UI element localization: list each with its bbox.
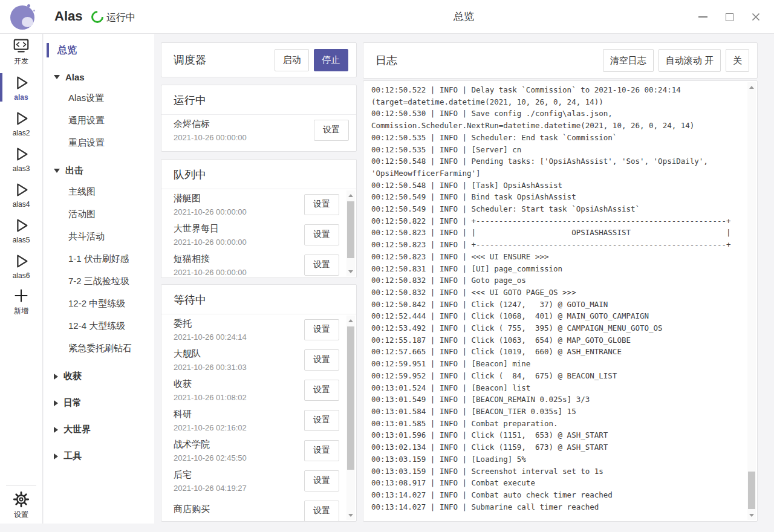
log-line: 00:13:03.159 | INFO | Screenshot interva… — [371, 465, 739, 478]
scrollbar-thumb[interactable] — [347, 201, 354, 258]
log-line: 00:13:14.027 | INFO | Combat auto check … — [371, 489, 739, 501]
autoscroll-off-button[interactable]: 关 — [726, 49, 749, 72]
log-line: 00:12:50.832 | INFO | Goto page_os — [371, 274, 739, 287]
menu-item[interactable]: 共斗活动 — [44, 225, 154, 248]
minimize-button[interactable] — [693, 7, 712, 27]
pending-task-list: 潜艇图 2021-10-26 00:00:00 设置 大世界每日 2021-10… — [161, 189, 356, 277]
rail-item-add[interactable]: 新增 — [0, 284, 42, 319]
log-line: 00:13:01.549 | INFO | [BEACON_REMAIN 0.0… — [371, 394, 739, 406]
menu-group-label: 工具 — [63, 450, 82, 462]
log-line: 00:12:50.548 | INFO | [Task] OpsiAshAssi… — [371, 180, 739, 192]
log-line: 00:12:50.842 | INFO | Click (1247, 37) @… — [371, 299, 739, 311]
clear-log-button[interactable]: 清空日志 — [603, 49, 654, 72]
rail-item-label: alas — [14, 93, 28, 102]
log-line: 00:13:03.159 | INFO | [Loading] 5% — [371, 453, 739, 465]
task-next-run-time: 2021-10-26 00:00:00 — [174, 207, 304, 216]
task-name: 大舰队 — [174, 348, 304, 360]
rail-item-alas3[interactable]: alas3 — [0, 141, 42, 177]
log-line: 00:12:59.951 | INFO | [Beacon] mine — [371, 358, 739, 370]
task-name: 委托 — [174, 318, 304, 329]
code-monitor-icon — [12, 37, 30, 55]
task-settings-button[interactable]: 设置 — [304, 501, 339, 522]
log-line: 00:13:14.027 | INFO | Submarine call tim… — [371, 501, 739, 513]
task-next-run-time: 2021-10-26 02:45:50 — [174, 453, 304, 462]
menu-item[interactable]: 1-1 伏击刷好感 — [44, 248, 154, 270]
running-status-label: 运行中 — [106, 11, 135, 24]
maximize-icon — [726, 13, 733, 21]
scroll-up-icon[interactable] — [346, 190, 355, 200]
chevron-down-icon — [54, 169, 60, 173]
rail-item-label: alas3 — [13, 164, 30, 173]
autoscroll-on-button[interactable]: 自动滚动 开 — [659, 49, 721, 72]
menu-group-daily[interactable]: 日常 — [44, 393, 154, 413]
scrollbar-thumb[interactable] — [347, 326, 354, 470]
task-settings-button[interactable]: 设置 — [304, 380, 339, 401]
menu-item[interactable]: Alas设置 — [44, 87, 154, 109]
rail-item-alas2[interactable]: alas2 — [0, 105, 42, 141]
menu-item[interactable]: 12-2 中型练级 — [44, 293, 154, 315]
menu-group-opsi[interactable]: 大世界 — [44, 420, 154, 440]
log-line: 00:13:08.917 | INFO | Combat execute — [371, 477, 739, 489]
menu-group-label: Alas — [65, 72, 85, 82]
task-row: 大世界每日 2021-10-26 00:00:00 设置 — [161, 219, 356, 250]
menu-item[interactable]: 紧急委托刷钻石 — [44, 337, 154, 360]
task-name: 商店购买 — [174, 504, 304, 515]
task-settings-button[interactable]: 设置 — [314, 120, 349, 141]
log-line: 00:12:50.823 | INFO | <<< UI ENSURE >>> — [371, 251, 739, 263]
menu-group-attack[interactable]: 出击 — [44, 161, 154, 181]
scroll-up-icon[interactable] — [346, 316, 355, 325]
menu-item[interactable]: 主线图 — [44, 181, 154, 203]
task-next-run-time: 2021-10-26 00:31:03 — [174, 363, 304, 372]
task-settings-button[interactable]: 设置 — [304, 470, 339, 491]
maximize-button[interactable] — [720, 7, 739, 27]
menu-item[interactable]: 通用设置 — [44, 109, 154, 132]
task-settings-button[interactable]: 设置 — [304, 255, 339, 276]
menu-item[interactable]: 重启设置 — [44, 132, 154, 154]
log-scrollbar[interactable] — [747, 82, 756, 520]
task-settings-button[interactable]: 设置 — [304, 349, 339, 371]
menu-group-reward[interactable]: 收获 — [44, 366, 154, 386]
menu-item[interactable]: 7-2 三战捡垃圾 — [44, 270, 154, 293]
close-button[interactable] — [746, 7, 766, 27]
rail-item-label: alas2 — [13, 129, 30, 137]
rail-item-alas6[interactable]: alas6 — [0, 248, 42, 284]
task-settings-button[interactable]: 设置 — [304, 319, 339, 340]
log-output[interactable]: 00:12:50.522 | INFO | Delay task `Commis… — [363, 80, 758, 522]
rail-item-dev[interactable]: 开发 — [0, 34, 42, 70]
task-settings-button[interactable]: 设置 — [304, 410, 339, 431]
rail-item-alas4[interactable]: alas4 — [0, 177, 42, 212]
menu-group-alas[interactable]: Alas — [44, 67, 154, 87]
rail-item-settings[interactable]: 设置 — [0, 486, 42, 524]
scroll-up-icon[interactable] — [747, 82, 756, 92]
menu-item-overview[interactable]: 总览 — [44, 40, 154, 60]
log-title: 日志 — [376, 53, 397, 68]
play-icon — [12, 181, 30, 199]
pending-scrollbar[interactable] — [346, 190, 355, 276]
task-settings-button[interactable]: 设置 — [304, 194, 339, 215]
scrollbar-thumb[interactable] — [748, 472, 755, 509]
rail-item-alas5[interactable]: alas5 — [0, 212, 42, 248]
log-line: 00:12:50.548 | INFO | Pending tasks: ['O… — [371, 155, 739, 179]
scheduler-column: 调度器 启动 停止 运行中 余烬信标 — [161, 42, 357, 522]
menu-item[interactable]: 活动图 — [44, 203, 154, 225]
main-content: 调度器 启动 停止 运行中 余烬信标 — [154, 34, 774, 524]
chevron-right-icon — [54, 427, 58, 433]
task-settings-button[interactable]: 设置 — [304, 440, 339, 461]
running-panel: 运行中 余烬信标 2021-10-26 00:00:00 设置 — [161, 85, 357, 152]
task-row: 余烬信标 2021-10-26 00:00:00 设置 — [161, 115, 356, 145]
play-icon — [12, 252, 30, 270]
scroll-down-icon[interactable] — [346, 267, 355, 276]
rail-item-label: 设置 — [14, 510, 28, 520]
menu-group-tool[interactable]: 工具 — [44, 446, 154, 466]
start-button[interactable]: 启动 — [275, 49, 309, 71]
stop-button[interactable]: 停止 — [314, 49, 348, 71]
menu-item[interactable]: 12-4 大型练级 — [44, 315, 154, 337]
rail-item-alas[interactable]: alas — [0, 70, 42, 105]
task-name: 短猫相接 — [174, 253, 304, 265]
menu-group-label: 大世界 — [63, 424, 91, 435]
task-settings-button[interactable]: 设置 — [304, 224, 339, 245]
scroll-down-icon[interactable] — [747, 510, 756, 520]
scroll-down-icon[interactable] — [346, 510, 355, 520]
log-line: 00:12:55.187 | INFO | Click (1063, 654) … — [371, 334, 739, 346]
waiting-scrollbar[interactable] — [346, 316, 355, 520]
